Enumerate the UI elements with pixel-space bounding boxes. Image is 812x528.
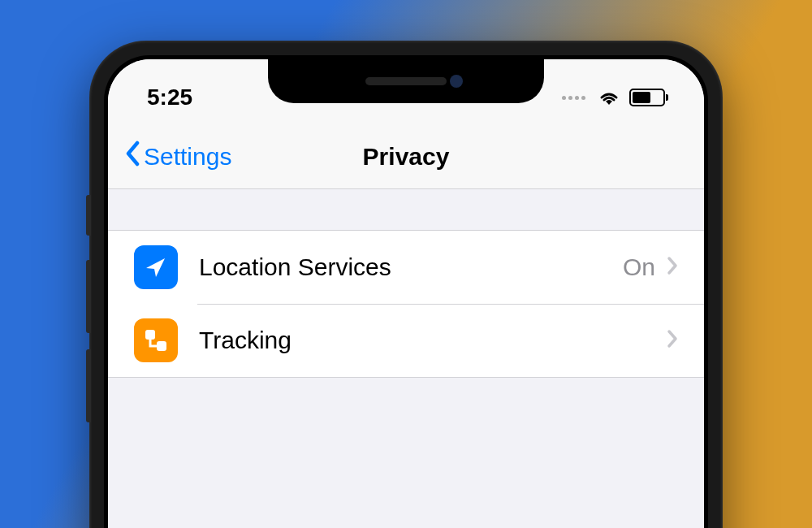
status-indicators bbox=[562, 89, 665, 106]
status-time: 5:25 bbox=[147, 84, 192, 110]
back-button[interactable]: Settings bbox=[124, 141, 231, 172]
cellular-dots-icon bbox=[562, 96, 585, 100]
settings-group: Location Services On bbox=[108, 230, 704, 378]
row-value: On bbox=[623, 253, 655, 281]
screen: 5:25 bbox=[108, 59, 704, 528]
speaker-grille bbox=[365, 77, 447, 85]
row-label: Tracking bbox=[199, 327, 667, 354]
settings-content: Location Services On bbox=[108, 189, 704, 378]
chevron-right-icon bbox=[667, 329, 678, 352]
chevron-right-icon bbox=[667, 256, 678, 279]
battery-icon bbox=[629, 89, 665, 106]
row-location-services[interactable]: Location Services On bbox=[108, 231, 704, 304]
silent-switch bbox=[86, 195, 91, 236]
location-arrow-icon bbox=[134, 245, 178, 289]
back-label: Settings bbox=[144, 143, 231, 171]
row-label: Location Services bbox=[199, 253, 623, 281]
chevron-left-icon bbox=[124, 141, 140, 172]
wifi-icon bbox=[597, 89, 621, 106]
front-camera bbox=[450, 75, 463, 88]
volume-up-button bbox=[86, 260, 91, 333]
tracking-icon bbox=[134, 318, 178, 362]
svg-rect-0 bbox=[145, 330, 155, 340]
phone-frame: 5:25 bbox=[89, 41, 723, 528]
page-title: Privacy bbox=[363, 143, 450, 171]
volume-down-button bbox=[86, 349, 91, 422]
svg-rect-1 bbox=[157, 341, 166, 351]
navigation-bar: Settings Privacy bbox=[108, 124, 704, 189]
row-tracking[interactable]: Tracking bbox=[108, 304, 704, 377]
notch bbox=[268, 59, 544, 103]
